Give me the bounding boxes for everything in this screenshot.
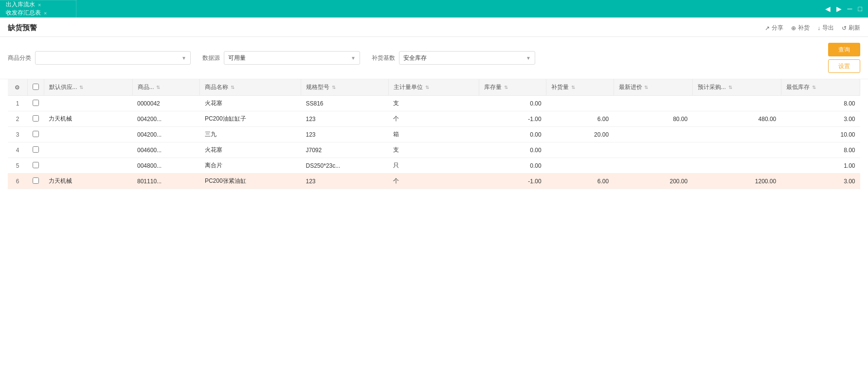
query-button[interactable]: 查询 [828,43,860,56]
导出-icon: ↓ [817,25,820,32]
nav-close-icon[interactable]: × [38,2,41,8]
action-label: 刷新 [849,24,860,32]
table-body: 10000042火花塞SS816支0.008.002力天机械004200...P… [8,96,860,189]
nav-close-icon[interactable]: × [44,10,47,16]
cell-stock: 0.00 [479,127,546,142]
nav-item[interactable]: 出入库流水× [0,0,76,9]
cell-estimated_purchase [692,142,781,158]
settings-button[interactable]: 设置 [828,59,860,73]
row-number: 3 [8,127,27,142]
nav-item[interactable]: 收发存汇总表× [0,9,76,17]
row-checkbox[interactable] [33,131,39,137]
cell-product_name: 火花塞 [200,142,301,158]
cell-spec: J7092 [301,142,389,158]
sort-icon: ⇅ [330,85,336,90]
col-replenish[interactable]: 补货量 ⇅ [546,79,614,96]
row-checkbox-cell[interactable] [27,158,44,174]
datasource-label: 数据源 [202,54,220,62]
cell-min_stock: 8.00 [781,142,860,158]
col-stock[interactable]: 库存量 ⇅ [479,79,546,96]
col-unit[interactable]: 主计量单位 ⇅ [388,79,479,96]
row-number: 1 [8,96,27,111]
cell-stock: -1.00 [479,111,546,127]
row-checkbox-cell[interactable] [27,174,44,189]
cell-product_name: 离合片 [200,158,301,174]
replenish-select[interactable]: 安全库存 ▼ [399,51,535,65]
cell-product_name: 火花塞 [200,96,301,111]
cell-default_supplier: 力天机械 [44,174,132,189]
table-container: ⚙默认供应... ⇅商品... ⇅商品名称 ⇅规格型号 ⇅主计量单位 ⇅库存量 … [0,79,868,197]
cell-replenish [546,96,614,111]
header-action-导出[interactable]: ↓导出 [817,24,834,32]
header-action-分享[interactable]: ↗分享 [765,24,783,32]
row-checkbox[interactable] [33,100,39,106]
nav-item[interactable]: 要货单统计表× [0,17,76,18]
row-checkbox-cell[interactable] [27,142,44,158]
cell-product_name: PC200油缸缸子 [200,111,301,127]
nav-item-label: 要货单统计表 [6,17,41,18]
nav-bar: 首页拣货异常处理×现存量（库存状况表）×现存量（库存分布表）×库存批次账×出入库… [0,0,868,18]
col-label: 规格型号 [306,84,329,90]
col-label: 预计采购... [698,84,726,90]
cell-unit: 个 [388,174,479,189]
col-label: 最新进价 [619,84,642,90]
table-settings-col[interactable]: ⚙ [8,79,27,96]
table-select-all-col[interactable] [27,79,44,96]
datasource-select-value: 可用量 [228,54,347,62]
cell-unit: 箱 [388,127,479,142]
row-checkbox-cell[interactable] [27,96,44,111]
action-label: 导出 [822,24,834,32]
header-action-补货[interactable]: ⊕补货 [791,24,810,32]
cell-product_name: 三九 [200,127,301,142]
nav-prev-btn[interactable]: ◀ [822,3,833,15]
cell-replenish [546,142,614,158]
row-checkbox-cell[interactable] [27,127,44,142]
row-checkbox[interactable] [33,177,39,184]
data-table: ⚙默认供应... ⇅商品... ⇅商品名称 ⇅规格型号 ⇅主计量单位 ⇅库存量 … [8,79,860,189]
cell-unit: 个 [388,111,479,127]
col-min_stock[interactable]: 最低库存 ⇅ [781,79,860,96]
page-header: 缺货预警 ↗分享⊕补货↓导出↺刷新 [0,18,868,37]
row-checkbox[interactable] [33,146,39,153]
filter-area: 商品分类 ▼ 数据源 可用量 ▼ 补货基数 安全库存 ▼ 查询 设置 [0,37,868,79]
row-checkbox[interactable] [33,162,39,168]
nav-maximize-btn[interactable]: □ [855,3,865,15]
col-label: 补货量 [551,84,569,90]
datasource-select[interactable]: 可用量 ▼ [224,51,360,65]
cell-replenish: 20.00 [546,127,614,142]
cell-product_code: 004200... [132,111,200,127]
cell-latest_price [614,142,692,158]
col-label: 最低库存 [786,84,810,90]
cell-latest_price [614,127,692,142]
row-checkbox[interactable] [33,115,39,122]
col-spec[interactable]: 规格型号 ⇅ [301,79,389,96]
col-product_code[interactable]: 商品... ⇅ [132,79,200,96]
select-all-checkbox[interactable] [33,84,39,90]
刷新-icon: ↺ [842,25,847,32]
category-select[interactable]: ▼ [35,51,191,65]
table-row: 5004800...离合片DS250*23c...只0.001.00 [8,158,860,174]
nav-item-label: 出入库流水 [6,0,35,9]
补货-icon: ⊕ [791,25,796,32]
nav-next-btn[interactable]: ▶ [833,3,845,15]
table-row: 3004200...三九123箱0.0020.0010.00 [8,127,860,142]
sort-icon: ⇅ [155,85,161,90]
cell-spec: 123 [301,127,389,142]
col-default_supplier[interactable]: 默认供应... ⇅ [44,79,132,96]
col-product_name[interactable]: 商品名称 ⇅ [200,79,301,96]
header-action-刷新[interactable]: ↺刷新 [842,24,860,32]
row-number: 6 [8,174,27,189]
cell-replenish: 6.00 [546,111,614,127]
cell-latest_price: 80.00 [614,111,692,127]
sort-icon: ⇅ [424,85,429,90]
cell-latest_price [614,158,692,174]
cell-default_supplier [44,142,132,158]
cell-latest_price [614,96,692,111]
nav-minimize-btn[interactable]: ─ [845,3,855,15]
nav-window-actions: ◀ ▶ ─ □ [819,3,868,15]
col-label: 商品... [138,84,154,90]
cell-estimated_purchase [692,96,781,111]
row-checkbox-cell[interactable] [27,111,44,127]
col-latest_price[interactable]: 最新进价 ⇅ [614,79,692,96]
col-estimated_purchase[interactable]: 预计采购... ⇅ [692,79,781,96]
